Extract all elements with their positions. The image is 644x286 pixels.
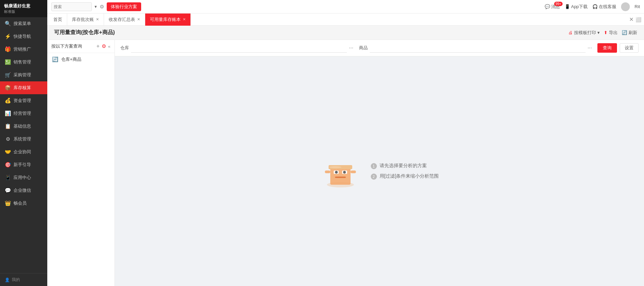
tabbar: 首页库存批次账✕收发存汇总表✕可用量库存账本✕ ✕ ⬜	[47, 14, 644, 26]
print-dropdown-icon[interactable]: ▾	[597, 30, 600, 35]
topbar: ▾ ⚙ 体验行业方案 💬 消息 99+ 📱 App下载 🎧 在线客服 Rit	[47, 0, 644, 14]
settings-button[interactable]: 设置	[620, 43, 639, 53]
sidebar-label-enterprise: 企业协同	[14, 149, 31, 155]
tab-label-available-ledger: 可用量库存账本	[150, 17, 181, 23]
tab-close-all-btn[interactable]: ✕	[629, 16, 634, 23]
tab-label-batch-ledger: 库存批次账	[72, 17, 94, 23]
page-actions: 🖨 按模板打印 ▾ ⬆ 导出 🔄 刷新	[568, 30, 637, 36]
filter-actions: 查询 设置	[597, 43, 639, 53]
empty-tips: 1 请先选择要分析的方案 2 用[过滤]条件来缩小分析范围	[371, 163, 439, 180]
sidebar-item-shortcut[interactable]: ⚡ 快捷导航	[0, 30, 47, 43]
sidebar-label-shortcut: 快捷导航	[14, 33, 31, 40]
sidebar-icon-basic: 📋	[5, 123, 11, 129]
sidebar-item-wechat[interactable]: 💬 企业微信	[0, 184, 47, 197]
sidebar-label-marketing: 营销推广	[14, 46, 31, 52]
messages-link[interactable]: 💬 消息 99+	[545, 4, 560, 10]
content-area: 仓库 ··· 商品 ··· 查询 设置	[115, 40, 644, 286]
sidebar: 畅康通好生意 标准版 🔍 搜索菜单 ⚡ 快捷导航 🎁 营销推广 💹 销售管理 🛒…	[0, 0, 47, 286]
trial-btn[interactable]: 体验行业方案	[107, 2, 141, 11]
sidebar-item-enterprise[interactable]: 🤝 企业协同	[0, 146, 47, 158]
app-name: 畅康通好生意	[4, 3, 43, 9]
scheme-collapse-btn[interactable]: «	[108, 44, 110, 49]
topbar-dropdown-icon[interactable]: ▾	[95, 4, 97, 9]
tab-close-available-ledger[interactable]: ✕	[183, 17, 186, 22]
sidebar-item-member[interactable]: 👑 畅会员	[0, 197, 47, 210]
sidebar-label-finance: 资金管理	[14, 98, 31, 104]
refresh-btn[interactable]: 🔄 刷新	[622, 30, 637, 36]
sidebar-item-sales[interactable]: 💹 销售管理	[0, 56, 47, 69]
online-service-link[interactable]: 🎧 在线客服	[592, 4, 616, 10]
tab-close-batch-ledger[interactable]: ✕	[96, 17, 99, 22]
scheme-add-btn[interactable]: +	[96, 43, 99, 49]
goods-more-btn[interactable]: ···	[588, 45, 592, 51]
sidebar-bottom-icon: 👤	[5, 278, 10, 282]
sidebar-label-operations: 经营管理	[14, 110, 31, 116]
scheme-item-label: 仓库+商品	[61, 56, 81, 62]
scheme-header-actions: + ⚙ «	[96, 43, 110, 49]
export-icon: ⬆	[604, 30, 608, 35]
sidebar-item-search[interactable]: 🔍 搜索菜单	[0, 17, 47, 30]
messages-badge: 99+	[554, 2, 563, 6]
sidebar-icon-system: ⚙	[5, 136, 11, 142]
sidebar-item-system[interactable]: ⚙ 系统管理	[0, 133, 47, 146]
sidebar-item-basic[interactable]: 📋 基础信息	[0, 120, 47, 133]
tip-text-2: 用[过滤]条件来缩小分析范围	[380, 173, 439, 179]
sidebar-icon-purchase: 🛒	[5, 72, 11, 78]
tab-expand-btn[interactable]: ⬜	[636, 17, 641, 22]
export-btn[interactable]: ⬆ 导出	[604, 30, 618, 36]
avatar[interactable]	[621, 2, 630, 11]
svg-point-10	[329, 166, 341, 168]
tab-batch-ledger[interactable]: 库存批次账✕	[67, 14, 104, 26]
query-button[interactable]: 查询	[597, 43, 617, 53]
scheme-item-warehouse-goods[interactable]: 🔄 仓库+商品	[47, 53, 114, 66]
scheme-settings-btn[interactable]: ⚙	[102, 43, 106, 49]
print-label: 按模板打印	[574, 30, 596, 36]
sidebar-item-appstore[interactable]: 📱 应用中心	[0, 171, 47, 184]
svg-rect-7	[335, 177, 346, 178]
svg-rect-8	[325, 171, 330, 173]
topbar-gear-icon[interactable]: ⚙	[100, 4, 104, 10]
page-header: 可用量查询(按仓库+商品) 🖨 按模板打印 ▾ ⬆ 导出 🔄 刷新	[47, 26, 644, 40]
app-download-link[interactable]: 📱 App下载	[565, 4, 588, 10]
sidebar-icon-shortcut: ⚡	[5, 33, 11, 40]
sidebar-item-finance[interactable]: 💰 资金管理	[0, 94, 47, 107]
username[interactable]: Rit	[635, 4, 640, 9]
sidebar-item-newbie[interactable]: 🎯 新手引导	[0, 158, 47, 171]
sidebar-item-inventory[interactable]: 📦 库存核算	[0, 81, 47, 94]
print-btn[interactable]: 🖨 按模板打印 ▾	[568, 30, 600, 36]
topbar-search-input[interactable]	[51, 2, 92, 11]
main-area: ▾ ⚙ 体验行业方案 💬 消息 99+ 📱 App下载 🎧 在线客服 Rit 首…	[47, 0, 644, 286]
scheme-header-title: 按以下方案查询	[51, 43, 82, 49]
app-header: 畅康通好生意 标准版	[0, 0, 47, 17]
sidebar-item-operations[interactable]: 📊 经营管理	[0, 107, 47, 120]
tab-available-ledger[interactable]: 可用量库存账本✕	[145, 14, 191, 26]
warehouse-label: 仓库	[120, 45, 129, 51]
sidebar-label-basic: 基础信息	[14, 123, 31, 129]
goods-input[interactable]	[370, 43, 586, 53]
tab-label-home: 首页	[53, 17, 62, 23]
tip-num-1: 1	[371, 163, 377, 169]
sidebar-label-inventory: 库存核算	[14, 85, 31, 91]
headset-icon: 🎧	[592, 4, 598, 9]
sidebar-item-purchase[interactable]: 🛒 采购管理	[0, 69, 47, 81]
warehouse-filter: 仓库 ···	[120, 43, 354, 53]
sidebar-item-marketing[interactable]: 🎁 营销推广	[0, 43, 47, 56]
sidebar-bottom: 👤 我的	[0, 273, 47, 286]
sidebar-label-wechat: 企业微信	[14, 187, 31, 193]
warehouse-input[interactable]	[131, 43, 347, 53]
online-service-label: 在线客服	[599, 4, 616, 10]
warehouse-more-btn[interactable]: ···	[349, 45, 353, 51]
sidebar-icon-finance: 💰	[5, 98, 11, 104]
sidebar-label-newbie: 新手引导	[14, 162, 31, 168]
page-title: 可用量查询(按仓库+商品)	[54, 29, 115, 36]
phone-icon: 📱	[565, 4, 570, 9]
app-download-label: App下载	[571, 4, 588, 10]
refresh-icon: 🔄	[622, 30, 627, 35]
tab-actions: ✕ ⬜	[626, 16, 644, 23]
sidebar-label-appstore: 应用中心	[14, 175, 31, 181]
tab-collect-ledger[interactable]: 收发存汇总表✕	[104, 14, 145, 26]
tab-close-collect-ledger[interactable]: ✕	[137, 17, 140, 22]
tab-home[interactable]: 首页	[49, 14, 67, 26]
empty-state: 1 请先选择要分析的方案 2 用[过滤]条件来缩小分析范围	[115, 56, 644, 286]
tip-num-2: 2	[371, 174, 377, 180]
